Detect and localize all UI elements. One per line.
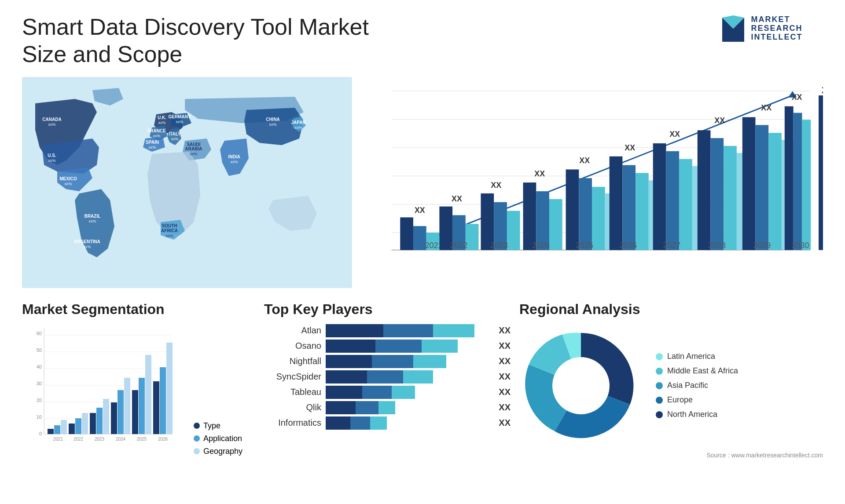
player-row: Informatics XX (264, 416, 511, 430)
svg-text:XX: XX (579, 156, 590, 165)
svg-text:xx%: xx% (148, 145, 156, 150)
svg-text:10: 10 (37, 414, 42, 420)
svg-text:XX: XX (761, 103, 772, 112)
segmentation-chart: 0 10 20 30 40 50 60 (22, 324, 176, 456)
svg-text:xx%: xx% (48, 158, 55, 163)
europe-label: Europe (667, 395, 693, 405)
top-row: CANADA xx% U.S. xx% MEXICO xx% BRAZIL xx… (22, 77, 823, 288)
seg-legend-application: Application (194, 434, 242, 443)
seg-legend: Type Application Geography (194, 421, 242, 456)
type-label: Type (203, 421, 220, 431)
legend-latin-america: Latin America (656, 352, 738, 361)
svg-rect-60 (523, 183, 536, 250)
svg-text:xx%: xx% (269, 122, 276, 127)
svg-text:40: 40 (37, 364, 42, 369)
svg-text:xx%: xx% (294, 125, 302, 130)
page-title: Smart Data Discovery Tool Market Size an… (22, 13, 418, 68)
svg-text:SPAIN: SPAIN (146, 140, 159, 145)
svg-rect-96 (794, 113, 802, 250)
player-row: Osano XX (264, 340, 511, 353)
svg-text:2026: 2026 (158, 437, 168, 442)
svg-text:2023: 2023 (95, 437, 105, 442)
svg-rect-126 (69, 424, 75, 434)
svg-text:XX: XX (714, 116, 725, 125)
svg-text:MEXICO: MEXICO (59, 176, 77, 181)
world-map: CANADA xx% U.S. xx% MEXICO xx% BRAZIL xx… (22, 77, 352, 288)
svg-text:CANADA: CANADA (42, 117, 61, 122)
svg-text:ITALY: ITALY (169, 131, 181, 136)
svg-rect-139 (139, 378, 145, 434)
bar-chart-svg: 2021 XX 2022 XX 2023 XX 2024 XX (365, 77, 823, 288)
logo-area: MARKET RESEARCH INTELLECT (700, 13, 823, 44)
asia-pacific-dot (656, 382, 663, 389)
svg-text:JAPAN: JAPAN (291, 120, 305, 125)
player-name: Tableau (264, 387, 321, 397)
svg-text:xx%: xx% (88, 219, 96, 223)
svg-text:SOUTH: SOUTH (162, 223, 177, 228)
latin-america-label: Latin America (667, 352, 715, 361)
svg-rect-79 (679, 159, 692, 250)
svg-rect-91 (768, 133, 782, 250)
legend-north-america: North America (656, 410, 738, 419)
svg-text:50: 50 (37, 347, 42, 353)
player-name: Nightfall (264, 356, 321, 366)
north-america-dot (656, 411, 663, 418)
players-list: Atlan XX Osano (264, 324, 511, 430)
player-bar-container (326, 324, 491, 337)
player-name: Informatics (264, 418, 321, 428)
svg-text:xx%: xx% (165, 234, 173, 238)
asia-pacific-label: Asia Pacific (667, 381, 708, 390)
svg-text:xx%: xx% (48, 122, 55, 127)
header: Smart Data Discovery Tool Market Size an… (22, 13, 823, 68)
svg-text:ARGENTINA: ARGENTINA (74, 239, 100, 244)
regional-container: Latin America Middle East & Africa Asia … (519, 324, 823, 447)
svg-text:30: 30 (37, 381, 42, 386)
svg-text:2027: 2027 (663, 241, 680, 249)
player-bar-container (326, 386, 491, 399)
svg-rect-143 (160, 367, 166, 434)
svg-text:U.K.: U.K. (158, 115, 166, 120)
legend-container: Latin America Middle East & Africa Asia … (656, 352, 738, 419)
geo-label: Geography (203, 447, 242, 456)
svg-rect-138 (132, 390, 138, 434)
player-row: SyncSpider XX (264, 370, 511, 383)
svg-text:GERMANY: GERMANY (168, 114, 191, 119)
svg-rect-45 (400, 217, 413, 250)
svg-rect-124 (61, 420, 67, 434)
svg-text:2025: 2025 (576, 241, 593, 249)
player-name: SyncSpider (264, 372, 321, 382)
svg-rect-136 (124, 378, 130, 434)
svg-rect-83 (698, 130, 711, 250)
svg-rect-67 (592, 187, 605, 250)
player-xx: XX (499, 356, 511, 366)
svg-text:XX: XX (415, 206, 425, 215)
svg-rect-73 (636, 173, 649, 250)
middle-east-dot (656, 368, 663, 375)
svg-text:XX: XX (792, 93, 802, 102)
svg-text:xx%: xx% (158, 121, 165, 125)
svg-rect-95 (785, 106, 794, 250)
key-players-section: Top Key Players Atlan XX (264, 301, 511, 477)
player-name: Qlik (264, 402, 321, 413)
logo-text: MARKET RESEARCH INTELLECT (751, 15, 802, 41)
seg-bottom: 0 10 20 30 40 50 60 (22, 324, 255, 456)
svg-rect-97 (802, 120, 811, 250)
svg-text:XX: XX (491, 181, 501, 190)
svg-rect-89 (742, 117, 756, 250)
svg-rect-127 (75, 418, 81, 434)
player-bar-container (326, 401, 491, 414)
page-container: Smart Data Discovery Tool Market Size an… (0, 0, 845, 504)
svg-rect-134 (111, 402, 117, 434)
segmentation-section: Market Segmentation 0 10 20 30 40 50 60 (22, 301, 255, 477)
europe-dot (656, 397, 663, 404)
svg-rect-130 (90, 413, 96, 434)
svg-rect-123 (54, 425, 60, 434)
svg-text:2022: 2022 (450, 241, 468, 249)
svg-text:xx%: xx% (176, 120, 183, 124)
player-xx: XX (499, 372, 511, 382)
regional-title: Regional Analysis (519, 301, 823, 318)
app-dot (194, 435, 200, 442)
seg-legend-geography: Geography (194, 447, 242, 456)
svg-rect-66 (579, 178, 592, 250)
svg-text:BRAZIL: BRAZIL (84, 214, 101, 219)
